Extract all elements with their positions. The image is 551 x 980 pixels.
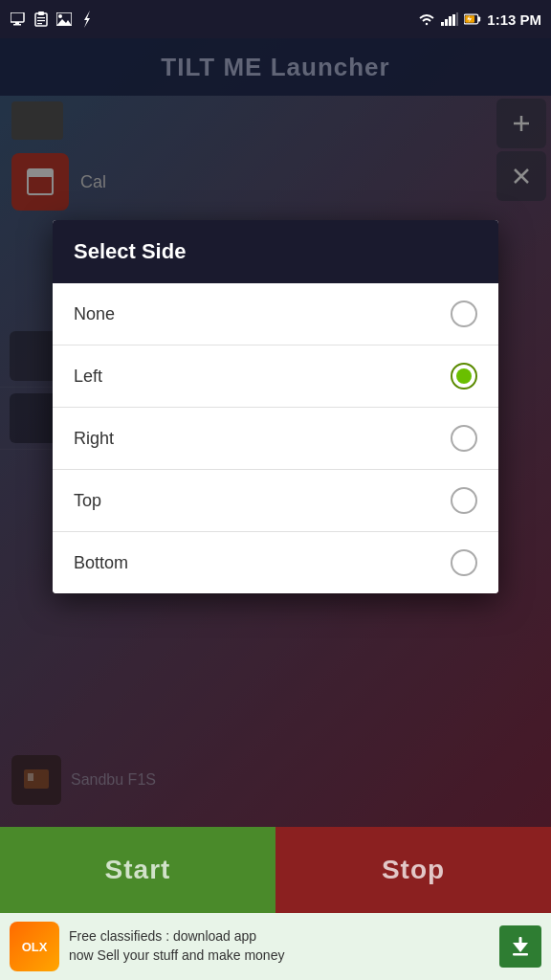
signal-icon (441, 11, 458, 28)
svg-rect-18 (478, 17, 480, 22)
option-top-radio[interactable] (451, 487, 477, 514)
option-left-radio[interactable] (451, 363, 477, 390)
svg-rect-14 (449, 16, 452, 26)
option-bottom[interactable]: Bottom (53, 532, 498, 593)
status-bar: 1:13 PM (0, 0, 551, 38)
dialog-title: Select Side (74, 239, 186, 263)
svg-rect-31 (519, 937, 522, 947)
svg-rect-15 (452, 14, 455, 26)
option-bottom-radio[interactable] (451, 549, 477, 576)
svg-rect-2 (13, 24, 21, 26)
screen-icon (10, 11, 27, 28)
svg-rect-0 (11, 12, 24, 22)
image-icon (55, 11, 73, 28)
start-label: Start (105, 855, 171, 885)
svg-marker-11 (84, 11, 90, 28)
svg-rect-6 (37, 20, 45, 21)
svg-marker-10 (56, 19, 72, 26)
time-display: 1:13 PM (487, 11, 541, 28)
status-bar-left (10, 11, 96, 28)
option-right-label: Right (74, 429, 114, 449)
stop-button[interactable]: Stop (276, 827, 551, 913)
ad-download-button[interactable] (499, 925, 541, 968)
stop-label: Stop (382, 855, 445, 885)
lightning-icon (78, 11, 96, 28)
svg-rect-16 (456, 12, 458, 26)
battery-charging-icon (464, 11, 481, 28)
option-left[interactable]: Left (53, 345, 498, 408)
option-right[interactable]: Right (53, 408, 498, 470)
ad-logo: OLX (10, 922, 59, 971)
svg-rect-7 (37, 23, 42, 24)
wifi-icon (418, 11, 435, 28)
dialog-options: None Left Right Top Bottom (53, 283, 498, 593)
svg-rect-4 (38, 11, 44, 15)
bottom-action-buttons: Start Stop (0, 827, 551, 913)
ad-text-area: Free classifieds : download appnow Sell … (69, 927, 490, 965)
ad-banner[interactable]: OLX Free classifieds : download appnow S… (0, 913, 551, 980)
clipboard-icon (33, 11, 50, 28)
svg-point-9 (58, 14, 62, 18)
option-left-label: Left (74, 367, 102, 387)
svg-rect-1 (15, 22, 19, 24)
svg-rect-30 (513, 953, 528, 956)
option-top-label: Top (74, 491, 101, 511)
select-side-dialog: Select Side None Left Right Top Bottom (53, 220, 498, 593)
option-none[interactable]: None (53, 283, 498, 345)
svg-rect-13 (445, 19, 448, 26)
status-bar-right: 1:13 PM (418, 11, 541, 28)
option-bottom-label: Bottom (74, 553, 128, 573)
svg-rect-5 (37, 17, 45, 18)
dialog-header: Select Side (53, 220, 498, 283)
svg-rect-12 (441, 22, 444, 26)
option-none-radio[interactable] (451, 301, 477, 327)
ad-logo-text: OLX (22, 940, 48, 954)
option-top[interactable]: Top (53, 470, 498, 532)
option-right-radio[interactable] (451, 425, 477, 452)
ad-text: Free classifieds : download appnow Sell … (69, 928, 284, 963)
start-button[interactable]: Start (0, 827, 276, 913)
option-none-label: None (74, 304, 115, 324)
